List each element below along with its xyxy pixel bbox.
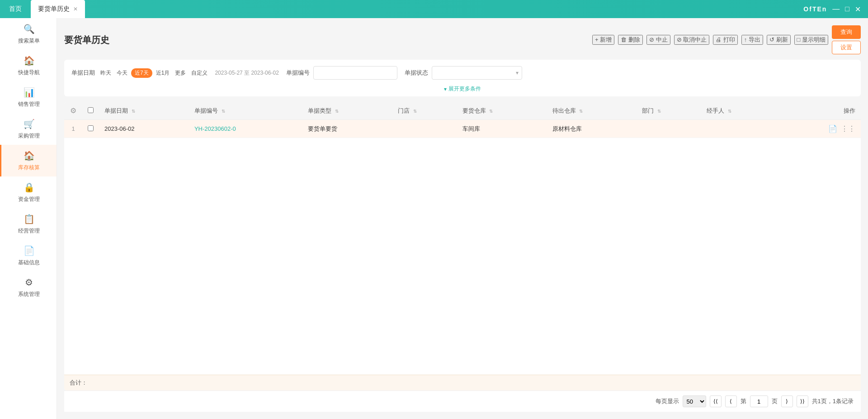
sidebar-item-inventory[interactable]: 🏠 库存核算 [0,145,57,176]
page-size-label: 每页显示 [656,397,679,405]
next-page-button[interactable]: ⟩ [781,395,793,407]
status-filter-group: 单据状态 [405,66,522,80]
tab-home[interactable]: 首页 [0,0,31,18]
row-checkbox-cell[interactable] [82,120,99,138]
close-window-icon[interactable]: ✕ [855,5,861,14]
status-select[interactable] [432,66,522,80]
export-button[interactable]: ↑ 导出 [741,35,763,45]
col-checkbox-header[interactable] [82,102,99,120]
basic-icon: 📄 [24,245,35,256]
system-icon: ⚙ [25,277,33,288]
col-date-sort[interactable]: ⇅ [132,109,135,114]
prev-page-button[interactable]: ⟨ [725,395,737,407]
cancel-stop-button[interactable]: ⊘ 取消中止 [674,35,710,45]
col-store-label: 门店 [398,107,410,114]
sales-icon: 📊 [24,87,35,98]
last-page-button[interactable]: ⟩⟩ [797,395,808,407]
sidebar-item-operations[interactable]: 📋 经营管理 [0,208,57,240]
col-dept-label: 部门 [642,107,654,114]
sidebar-item-search[interactable]: 🔍 搜索菜单 [0,18,57,50]
bill-no-input[interactable] [313,66,397,80]
row-req-warehouse: 车间库 [457,120,547,138]
row-dept [637,120,701,138]
page-label: 第 [741,397,746,405]
refresh-button[interactable]: ↺ 刷新 [767,35,791,45]
col-handler-sort[interactable]: ⇅ [728,109,731,114]
show-detail-button[interactable]: □ 显示明细 [794,35,828,45]
row-actions: 📄 ⋮⋮ [778,120,861,138]
data-table: ⚙ 单据日期 ⇅ 单据编号 ⇅ [64,102,861,138]
col-billtype-label: 单据类型 [308,107,331,114]
settings-col-icon[interactable]: ⚙ [70,107,76,114]
date-btn-today[interactable]: 今天 [115,68,129,78]
sidebar-item-purchase[interactable]: 🛒 采购管理 [0,113,57,145]
maximize-icon[interactable]: □ [845,5,849,13]
home-icon: 🏠 [24,55,35,66]
col-dept-sort[interactable]: ⇅ [657,109,661,114]
col-req-warehouse-sort[interactable]: ⇅ [489,109,493,114]
print-button[interactable]: 🖨 打印 [713,35,738,45]
page-size-select[interactable]: 50 10 20 100 [683,395,706,407]
filter-area: 单据日期 昨天 今天 近7天 近1月 更多 自定义 2023-05-27 至 2… [64,60,861,96]
pagination: 每页显示 50 10 20 100 ⟨⟨ ⟨ 第 页 ⟩ ⟩⟩ 共1页，1条记录 [64,390,861,412]
select-all-checkbox[interactable] [88,107,94,113]
date-btn-custom[interactable]: 自定义 [189,68,209,78]
date-btn-1month[interactable]: 近1月 [154,68,172,78]
status-dropdown-wrapper [432,66,522,80]
date-btn-yesterday[interactable]: 昨天 [99,68,113,78]
sidebar-label-search: 搜索菜单 [18,37,40,45]
col-billtype-sort[interactable]: ⇅ [335,109,339,114]
sidebar-item-nav[interactable]: 🏠 快捷导航 [0,50,57,81]
edit-action-icon[interactable]: ⋮⋮ [841,124,855,133]
top-bar: 首页 要货单历史 ✕ OfTEn — □ ✕ [0,0,868,18]
row-billno[interactable]: YH-20230602-0 [189,120,302,138]
minimize-icon[interactable]: — [832,5,840,13]
sidebar-item-sales[interactable]: 📊 销售管理 [0,81,57,113]
sidebar-item-system[interactable]: ⚙ 系统管理 [0,271,57,303]
col-out-warehouse-sort[interactable]: ⇅ [579,109,583,114]
query-button[interactable]: 查询 [832,25,861,39]
top-bar-right: OfTEn — □ ✕ [803,5,868,14]
new-button[interactable]: + 新增 [592,35,614,45]
bill-no-filter-group: 单据编号 [286,66,397,80]
tab-close-icon[interactable]: ✕ [73,6,78,12]
operations-icon: 📋 [24,214,35,224]
sidebar-label-inventory: 库存核算 [18,164,40,171]
page-unit: 页 [772,397,778,405]
sidebar-label-system: 系统管理 [18,290,40,298]
col-req-warehouse-header: 要货仓库 ⇅ [457,102,547,120]
sidebar-item-basic[interactable]: 📄 基础信息 [0,240,57,271]
stop-button[interactable]: ⊘ 中止 [646,35,670,45]
first-page-button[interactable]: ⟨⟨ [710,395,722,407]
sidebar-label-nav: 快捷导航 [18,69,40,76]
tab-active-label: 要货单历史 [38,5,70,13]
date-btn-7days[interactable]: 近7天 [131,68,152,78]
view-action-icon[interactable]: 📄 [828,124,837,133]
purchase-icon: 🛒 [24,119,35,129]
main-layout: 🔍 搜索菜单 🏠 快捷导航 📊 销售管理 🛒 采购管理 🏠 库存核算 🔒 资金管… [0,18,868,419]
row-billtype: 要货单要货 [302,120,392,138]
sidebar-label-basic: 基础信息 [18,259,40,267]
table-row: 1 2023-06-02 YH-20230602-0 要货单要货 车间库 原材料… [64,120,861,138]
tab-active[interactable]: 要货单历史 ✕ [31,0,85,18]
summary-label: 合计： [70,379,87,386]
toolbar: + 新增 🗑 删除 ⊘ 中止 ⊘ 取消中止 🖨 打印 ↑ 导出 ↺ 刷新 □ 显… [592,25,861,54]
row-store [392,120,457,138]
col-settings[interactable]: ⚙ [64,102,82,120]
col-billno-label: 单据编号 [194,107,218,114]
row-checkbox[interactable] [88,125,94,131]
date-filter-group: 单据日期 昨天 今天 近7天 近1月 更多 自定义 2023-05-27 至 2… [71,68,279,78]
col-billtype-header: 单据类型 ⇅ [302,102,392,120]
col-store-sort[interactable]: ⇅ [413,109,417,114]
bill-no-link[interactable]: YH-20230602-0 [194,125,236,132]
page-input[interactable] [750,395,768,407]
sidebar: 🔍 搜索菜单 🏠 快捷导航 📊 销售管理 🛒 采购管理 🏠 库存核算 🔒 资金管… [0,18,57,419]
settings-button[interactable]: 设置 [832,41,861,54]
delete-button[interactable]: 🗑 删除 [618,35,643,45]
date-btn-more[interactable]: 更多 [173,68,188,78]
expand-more-btn[interactable]: ▾ 展开更多条件 [71,85,854,93]
col-billno-header: 单据编号 ⇅ [189,102,302,120]
sidebar-item-finance[interactable]: 🔒 资金管理 [0,176,57,208]
col-billno-sort[interactable]: ⇅ [222,109,225,114]
col-handler-header: 经手人 ⇅ [701,102,778,120]
